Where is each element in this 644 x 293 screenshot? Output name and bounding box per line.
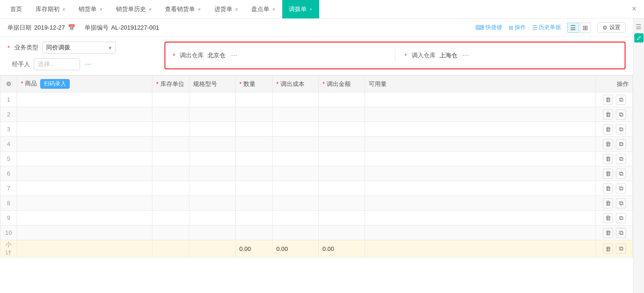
cell-cost[interactable] <box>273 166 319 181</box>
cell-cost[interactable] <box>273 107 319 122</box>
sidebar-expand-icon[interactable]: ⤢ <box>634 33 644 43</box>
delete-row-btn[interactable]: 🗑 <box>603 213 613 223</box>
cell-product[interactable] <box>17 181 152 196</box>
copy-row-btn[interactable]: ⧉ <box>616 183 626 194</box>
target-warehouse-more-btn[interactable]: ··· <box>461 51 471 60</box>
cell-amount[interactable] <box>319 107 365 122</box>
cell-amount[interactable] <box>319 196 365 211</box>
business-type-select[interactable]: 同价调拨 ▾ <box>42 42 116 54</box>
copy-row-btn[interactable]: ⧉ <box>616 169 626 179</box>
tab-transfer-order[interactable]: 调拨单 × <box>282 0 319 18</box>
cell-product[interactable] <box>17 196 152 211</box>
delete-row-btn[interactable]: 🗑 <box>603 198 613 208</box>
delete-row-btn[interactable]: 🗑 <box>603 169 613 179</box>
tab-inventory-init-close[interactable]: × <box>62 6 65 12</box>
cell-product[interactable] <box>17 152 152 166</box>
view-list-btn[interactable]: ☰ <box>567 23 579 33</box>
col-gear[interactable]: ⚙ <box>0 76 17 92</box>
cell-amount[interactable] <box>319 152 365 166</box>
tab-sales-history-close[interactable]: × <box>149 6 152 12</box>
copy-row-btn[interactable]: ⧉ <box>616 213 626 223</box>
handler-input[interactable]: 选择... <box>34 58 80 70</box>
history-btn[interactable]: ☰ 历史单据 <box>532 24 561 31</box>
tab-sales-order[interactable]: 销货单 × <box>72 0 109 18</box>
cell-cost[interactable] <box>273 181 319 196</box>
cell-qty[interactable] <box>236 152 273 166</box>
tab-purchase-order-close[interactable]: × <box>235 6 238 12</box>
cell-cost[interactable] <box>273 92 319 107</box>
cell-amount[interactable] <box>319 122 365 137</box>
cell-cost[interactable] <box>273 122 319 137</box>
copy-row-btn[interactable]: ⧉ <box>616 154 626 164</box>
scan-entry-btn[interactable]: 扫码录入 <box>40 79 70 89</box>
cell-cost[interactable] <box>273 196 319 211</box>
cell-amount[interactable] <box>319 226 365 240</box>
cell-product[interactable] <box>17 107 152 122</box>
delete-row-btn[interactable]: 🗑 <box>603 95 613 105</box>
copy-row-btn[interactable]: ⧉ <box>616 244 626 254</box>
copy-row-btn[interactable]: ⧉ <box>616 124 626 134</box>
cell-product[interactable] <box>17 122 152 137</box>
view-grid-btn[interactable]: ⊞ <box>580 23 591 33</box>
delete-row-btn[interactable]: 🗑 <box>603 183 613 194</box>
handler-more-btn[interactable]: ··· <box>84 60 93 68</box>
cell-cost[interactable] <box>273 137 319 152</box>
tab-home[interactable]: 首页 <box>4 0 29 18</box>
cell-qty[interactable] <box>236 92 273 107</box>
tab-view-sales[interactable]: 查看销货单 × <box>158 0 207 18</box>
tab-view-sales-close[interactable]: × <box>198 6 200 12</box>
delete-row-btn[interactable]: 🗑 <box>603 154 613 164</box>
cell-product[interactable] <box>17 92 152 107</box>
cell-qty[interactable] <box>236 166 273 181</box>
col-cost-label: 调出成本 <box>280 80 304 87</box>
shortcut-key-btn[interactable]: ⌨ 快捷键 <box>475 24 502 31</box>
cell-product[interactable] <box>17 226 152 240</box>
cell-spec <box>189 152 236 166</box>
tab-sales-order-close[interactable]: × <box>99 6 102 12</box>
cell-qty[interactable] <box>236 226 273 240</box>
tab-transfer-order-close[interactable]: × <box>310 6 312 12</box>
copy-row-btn[interactable]: ⧉ <box>616 110 626 120</box>
cell-product[interactable] <box>17 211 152 226</box>
cell-cost[interactable] <box>273 211 319 226</box>
delete-row-btn[interactable]: 🗑 <box>603 228 613 238</box>
tab-purchase-order[interactable]: 进货单 × <box>208 0 245 18</box>
copy-row-btn[interactable]: ⧉ <box>616 198 626 208</box>
operation-btn[interactable]: ⊞ 操作 <box>509 24 526 31</box>
copy-row-btn[interactable]: ⧉ <box>616 139 626 149</box>
cell-amount[interactable] <box>319 92 365 107</box>
source-warehouse-more-btn[interactable]: ··· <box>229 51 239 60</box>
cell-amount[interactable] <box>319 211 365 226</box>
cell-qty[interactable] <box>236 196 273 211</box>
cell-amount[interactable] <box>319 137 365 152</box>
calendar-icon[interactable]: 📅 <box>68 24 75 31</box>
delete-row-btn[interactable]: 🗑 <box>603 124 613 134</box>
cell-cost[interactable] <box>273 226 319 240</box>
cell-qty[interactable] <box>236 137 273 152</box>
cell-qty[interactable] <box>236 107 273 122</box>
sidebar-list-icon[interactable]: ☰ <box>634 22 644 31</box>
delete-row-btn[interactable]: 🗑 <box>603 139 613 149</box>
cell-qty[interactable] <box>236 181 273 196</box>
cell-unit <box>152 107 189 122</box>
tab-sales-history[interactable]: 销货单历史 × <box>109 0 158 18</box>
cell-product[interactable] <box>17 137 152 152</box>
cell-cost[interactable] <box>273 152 319 166</box>
window-close-button[interactable]: × <box>628 4 640 14</box>
copy-row-btn[interactable]: ⧉ <box>616 228 626 238</box>
col-available-label: 可用量 <box>369 80 387 87</box>
cell-qty[interactable] <box>236 211 273 226</box>
settings-button[interactable]: ⚙ 设置 <box>597 22 626 33</box>
tab-inventory-check[interactable]: 盘点单 × <box>245 0 282 18</box>
operation-buttons: 🗑⧉ <box>600 169 629 179</box>
delete-row-btn[interactable]: 🗑 <box>603 110 613 120</box>
cell-product[interactable] <box>17 166 152 181</box>
cell-product[interactable] <box>17 240 152 257</box>
cell-amount[interactable] <box>319 166 365 181</box>
cell-qty[interactable] <box>236 122 273 137</box>
tab-inventory-init[interactable]: 库存期初 × <box>29 0 72 18</box>
copy-row-btn[interactable]: ⧉ <box>616 95 626 105</box>
tab-inventory-check-close[interactable]: × <box>272 6 275 12</box>
cell-amount[interactable] <box>319 181 365 196</box>
delete-row-btn[interactable]: 🗑 <box>603 244 613 254</box>
